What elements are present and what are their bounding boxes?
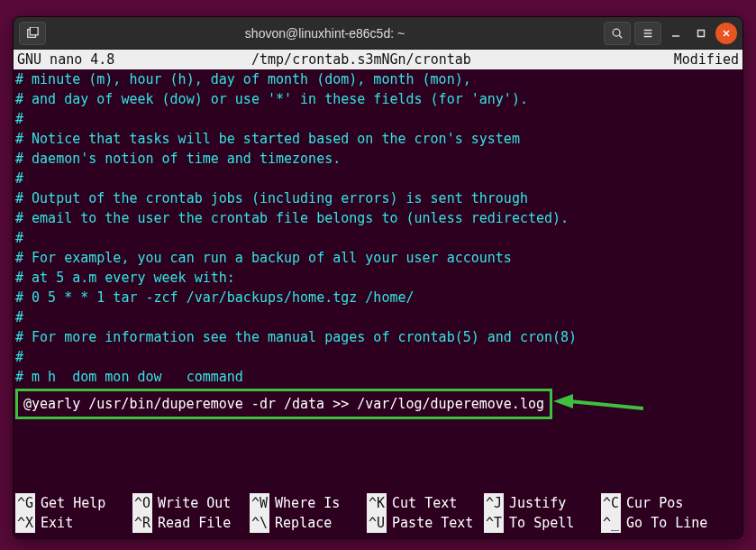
- maximize-button[interactable]: [690, 23, 712, 44]
- editor-shortcut-bar: ^GGet Help^OWrite Out^WWhere Is^KCut Tex…: [14, 493, 742, 533]
- shortcut-key: ^\: [250, 513, 269, 533]
- cron-command-line: @yearly /usr/bin/duperemove -dr /data >>…: [23, 396, 544, 412]
- terminal-window: shovon@linuxhint-e86c5d: ~ GNU nano 4.8 …: [13, 16, 743, 539]
- shortcut-label: Exit: [41, 513, 73, 533]
- shortcut-key: ^J: [484, 493, 504, 513]
- editor-line: # minute (m), hour (h), day of month (do…: [15, 69, 741, 89]
- shortcut-label: Get Help: [41, 493, 105, 513]
- svg-line-3: [619, 35, 622, 38]
- shortcut-item: ^CCur Pos: [601, 493, 718, 513]
- editor-app-name: GNU nano 4.8: [14, 50, 251, 69]
- shortcut-key: ^O: [132, 493, 152, 513]
- shortcut-key: ^W: [250, 493, 269, 513]
- editor-line: # email to the user the crontab file bel…: [15, 208, 741, 228]
- shortcut-item: ^GGet Help: [15, 493, 132, 513]
- editor-file-path: /tmp/crontab.s3mNGn/crontab: [251, 50, 674, 69]
- editor-line: # Output of the crontab jobs (including …: [15, 188, 741, 208]
- shortcut-item: ^KCut Text: [367, 493, 484, 513]
- highlighted-cron-entry: @yearly /usr/bin/duperemove -dr /data >>…: [15, 389, 552, 419]
- shortcut-label: To Spell: [509, 513, 574, 533]
- editor-line: # For example, you can run a backup of a…: [15, 248, 741, 268]
- svg-marker-12: [553, 394, 573, 408]
- shortcut-label: Where Is: [275, 493, 340, 513]
- shortcut-label: Read File: [158, 513, 231, 533]
- shortcut-label: Replace: [275, 513, 332, 533]
- search-button[interactable]: [604, 22, 631, 45]
- shortcut-key: ^X: [15, 513, 35, 533]
- shortcut-item: ^WWhere Is: [250, 493, 367, 513]
- close-button[interactable]: [715, 23, 737, 44]
- svg-rect-1: [30, 27, 38, 35]
- shortcut-key: ^T: [484, 513, 504, 533]
- shortcut-key: ^K: [367, 493, 387, 513]
- shortcut-label: Go To Line: [626, 513, 707, 533]
- editor-line: #: [15, 228, 741, 248]
- shortcut-item: ^TTo Spell: [484, 513, 601, 533]
- editor-status: Modified: [674, 50, 742, 69]
- editor-line: # m h dom mon dow command: [15, 367, 741, 387]
- editor-line: # daemon's notion of time and timezones.: [15, 149, 741, 169]
- editor-line: #: [15, 109, 741, 129]
- editor-line: #: [15, 307, 741, 327]
- shortcut-item: ^RRead File: [132, 513, 250, 533]
- shortcut-item: ^_Go To Line: [601, 513, 718, 533]
- shortcut-key: ^U: [367, 513, 387, 533]
- shortcut-label: Cur Pos: [626, 493, 683, 513]
- shortcut-item: ^OWrite Out: [132, 493, 250, 513]
- svg-rect-8: [698, 30, 705, 36]
- annotation-arrow-icon: [553, 390, 643, 417]
- shortcut-key: ^R: [132, 513, 152, 533]
- shortcut-item: ^UPaste Text: [367, 513, 484, 533]
- editor-line: # 0 5 * * 1 tar -zcf /var/backups/home.t…: [15, 288, 741, 307]
- menu-button[interactable]: [634, 22, 661, 45]
- shortcut-label: Paste Text: [392, 513, 473, 533]
- shortcut-item: ^\Replace: [250, 513, 367, 533]
- editor-header-bar: GNU nano 4.8 /tmp/crontab.s3mNGn/crontab…: [14, 50, 742, 69]
- titlebar: shovon@linuxhint-e86c5d: ~: [14, 17, 742, 50]
- editor-line: # For more information see the manual pa…: [15, 327, 741, 347]
- minimize-button[interactable]: [665, 23, 687, 44]
- shortcut-key: ^_: [601, 513, 621, 533]
- editor-line: #: [15, 347, 741, 367]
- editor-body[interactable]: # minute (m), hour (h), day of month (do…: [14, 69, 742, 421]
- new-tab-button[interactable]: [19, 22, 46, 45]
- shortcut-key: ^G: [15, 493, 35, 513]
- shortcut-item: ^JJustify: [484, 493, 601, 513]
- shortcut-item: ^XExit: [15, 513, 132, 533]
- window-title: shovon@linuxhint-e86c5d: ~: [245, 26, 405, 41]
- svg-line-11: [569, 401, 643, 408]
- editor-line: # and day of week (dow) or use '*' in th…: [15, 89, 741, 109]
- shortcut-label: Write Out: [158, 493, 231, 513]
- editor-line: # at 5 a.m every week with:: [15, 268, 741, 288]
- shortcut-label: Justify: [509, 493, 566, 513]
- editor-line: # Notice that tasks will be started base…: [15, 129, 741, 149]
- editor-line: #: [15, 169, 741, 188]
- shortcut-label: Cut Text: [392, 493, 457, 513]
- svg-point-2: [613, 29, 620, 36]
- shortcut-key: ^C: [601, 493, 621, 513]
